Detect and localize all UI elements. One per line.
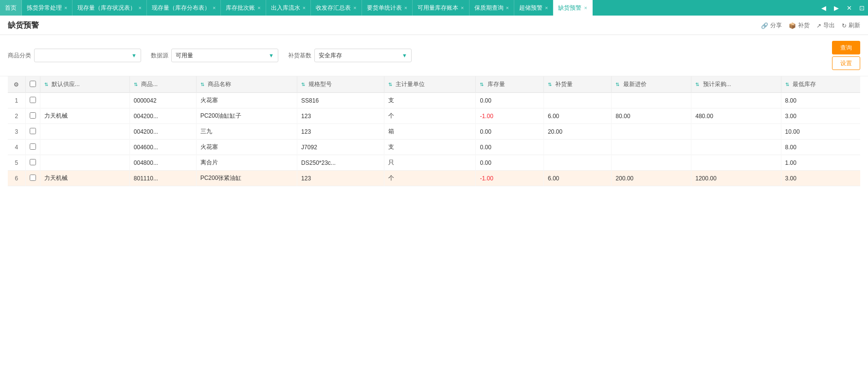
tab-close-expiry[interactable]: ×	[506, 5, 509, 11]
row-product-code-1: 0000042	[129, 93, 196, 108]
row-min-stock-6: 3.00	[781, 171, 860, 186]
col-spec[interactable]: ⇅ 规格型号	[297, 76, 384, 93]
row-stock-3: 0.00	[476, 124, 543, 140]
tab-next-button[interactable]: ▶	[830, 1, 843, 14]
tab-expand-button[interactable]: ⊡	[855, 1, 868, 14]
row-latest-price-6: 200.00	[612, 171, 691, 186]
tab-stock-dist[interactable]: 现存量（库存分布表） ×	[147, 0, 221, 16]
row-latest-price-4	[612, 140, 691, 155]
tab-abnormal[interactable]: 拣货异常处理 ×	[22, 0, 72, 16]
tab-stock-status[interactable]: 现存量（库存状况表） ×	[72, 0, 146, 16]
row-replenish-1	[543, 93, 611, 108]
datasource-arrow-icon: ▼	[269, 53, 274, 58]
tab-close-order-stat[interactable]: ×	[404, 5, 407, 11]
row-est-purchase-3	[691, 124, 781, 140]
settings-button[interactable]: 设置	[832, 56, 860, 70]
tab-close-overstock[interactable]: ×	[545, 5, 548, 11]
col-unit[interactable]: ⇅ 主计量单位	[384, 76, 476, 93]
row-latest-price-3	[612, 124, 691, 140]
col-replenish[interactable]: ⇅ 补货量	[543, 76, 611, 93]
query-button[interactable]: 查询	[832, 41, 860, 54]
tab-close-inout[interactable]: ×	[303, 5, 306, 11]
row-spec-3: 123	[297, 124, 384, 140]
row-product-code-6: 801110...	[129, 171, 196, 186]
col-stock[interactable]: ⇅ 库存量	[476, 76, 543, 93]
tab-avail-ledger[interactable]: 可用量库存账本 ×	[413, 0, 469, 16]
share-action[interactable]: 🔗 分享	[761, 21, 782, 30]
row-check-6[interactable]	[25, 171, 40, 186]
row-checkbox-2[interactable]	[30, 112, 36, 119]
tab-close-receipt[interactable]: ×	[353, 5, 356, 11]
col-est-purchase[interactable]: ⇅ 预计采购...	[691, 76, 781, 93]
tab-batch[interactable]: 库存批次账 ×	[221, 0, 266, 16]
select-all-checkbox[interactable]	[30, 81, 36, 87]
shortage-table: ⚙ ⇅ 默认供应... ⇅ 商品... ⇅ 商品名称	[8, 76, 860, 186]
table-body: 1 0000042 火花塞 SS816 支 0.00 8.00 2 力天机械 0…	[8, 93, 860, 186]
row-checkbox-3[interactable]	[30, 128, 36, 134]
row-checkbox-5[interactable]	[30, 159, 36, 165]
tab-close-stock-status[interactable]: ×	[138, 5, 141, 11]
row-check-2[interactable]	[25, 108, 40, 124]
row-replenish-5	[543, 155, 611, 171]
export-action[interactable]: ↗ 导出	[816, 21, 835, 30]
row-replenish-4	[543, 140, 611, 155]
col-settings[interactable]: ⚙	[8, 76, 25, 93]
row-check-4[interactable]	[25, 140, 40, 155]
col-product-code[interactable]: ⇅ 商品...	[129, 76, 196, 93]
main-content: 缺货预警 🔗 分享 📦 补货 ↗ 导出 ↻ 刷新 商品分类	[0, 16, 868, 387]
tab-close-shortage[interactable]: ×	[584, 5, 587, 11]
row-checkbox-1[interactable]	[30, 97, 36, 103]
datasource-select[interactable]: 可用量 ▼	[171, 49, 278, 62]
replenish-base-select[interactable]: 安全库存 ▼	[314, 49, 412, 62]
category-label: 商品分类	[8, 52, 31, 60]
row-est-purchase-5	[691, 155, 781, 171]
category-select[interactable]: ▼	[34, 49, 141, 62]
row-product-code-3: 004200...	[129, 124, 196, 140]
row-checkbox-4[interactable]	[30, 143, 36, 150]
row-checkbox-6[interactable]	[30, 175, 36, 181]
tab-prev-button[interactable]: ◀	[817, 1, 830, 14]
tab-shortage[interactable]: 缺货预警 ×	[553, 0, 592, 16]
category-filter-group: 商品分类 ▼	[8, 49, 141, 62]
table-row: 6 力天机械 801110... PC200张紧油缸 123 个 -1.00 6…	[8, 171, 860, 186]
tab-close-all-button[interactable]: ✕	[843, 1, 855, 14]
row-check-5[interactable]	[25, 155, 40, 171]
row-stock-1: 0.00	[476, 93, 543, 108]
refresh-icon: ↻	[842, 22, 847, 29]
unit-sort-icon: ⇅	[388, 82, 392, 87]
replenish-action[interactable]: 📦 补货	[789, 21, 810, 30]
share-icon: 🔗	[761, 22, 768, 29]
row-product-name-1: 火花塞	[196, 93, 297, 108]
datasource-value: 可用量	[176, 52, 193, 60]
col-latest-price[interactable]: ⇅ 最新进价	[612, 76, 691, 93]
filter-bar: 商品分类 ▼ 数据源 可用量 ▼ 补货基数 安全库存 ▼ 查询 设置	[0, 35, 868, 76]
table-header-row: ⚙ ⇅ 默认供应... ⇅ 商品... ⇅ 商品名称	[8, 76, 860, 93]
col-supplier[interactable]: ⇅ 默认供应...	[40, 76, 129, 93]
tab-receipt[interactable]: 收发存汇总表 ×	[311, 0, 362, 16]
refresh-action[interactable]: ↻ 刷新	[842, 21, 860, 30]
tab-home[interactable]: 首页	[0, 0, 22, 16]
tab-inout[interactable]: 出入库流水 ×	[266, 0, 311, 16]
row-product-code-2: 004200...	[129, 108, 196, 124]
row-check-1[interactable]	[25, 93, 40, 108]
tab-close-abnormal[interactable]: ×	[64, 5, 67, 11]
row-check-3[interactable]	[25, 124, 40, 140]
row-num-6: 6	[8, 171, 25, 186]
row-min-stock-3: 10.00	[781, 124, 860, 140]
category-arrow-icon: ▼	[131, 53, 137, 58]
row-spec-2: 123	[297, 108, 384, 124]
row-latest-price-1	[612, 93, 691, 108]
col-min-stock[interactable]: ⇅ 最低库存	[781, 76, 860, 93]
stock-sort-icon: ⇅	[480, 82, 484, 87]
tab-order-stat[interactable]: 要货单统计表 ×	[362, 0, 413, 16]
filter-actions: 查询 设置	[832, 41, 860, 70]
tab-close-avail-ledger[interactable]: ×	[461, 5, 464, 11]
row-product-name-6: PC200张紧油缸	[196, 171, 297, 186]
row-product-name-3: 三九	[196, 124, 297, 140]
col-product-name[interactable]: ⇅ 商品名称	[196, 76, 297, 93]
tab-overstock[interactable]: 超储预警 ×	[514, 0, 553, 16]
tab-close-batch[interactable]: ×	[257, 5, 260, 11]
row-supplier-5	[40, 155, 129, 171]
tab-expiry[interactable]: 保质期查询 ×	[470, 0, 514, 16]
tab-close-stock-dist[interactable]: ×	[213, 5, 216, 11]
